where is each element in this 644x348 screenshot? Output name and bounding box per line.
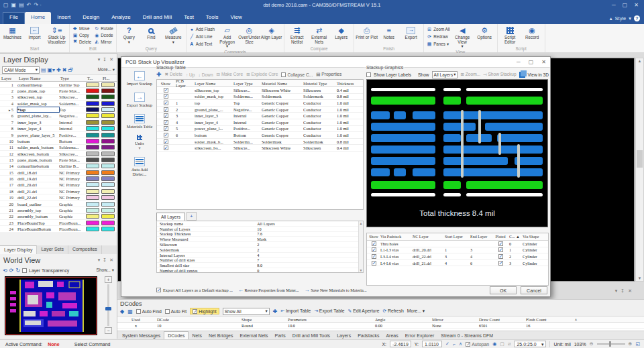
- import-button[interactable]: ←Import: [23, 25, 46, 46]
- remove-layer-icon[interactable]: ✖: [62, 67, 67, 73]
- edit-aperture-button[interactable]: ✎ Edit Aperture: [348, 308, 380, 314]
- layer-row[interactable]: 5 *top Top: [0, 107, 117, 113]
- print-or-plot-button[interactable]: ⎙Print or Plot: [356, 25, 378, 46]
- machines-button[interactable]: ▦Machines: [1, 25, 23, 46]
- layer-row[interactable]: 4 solder_mask_top Solderma...: [0, 101, 117, 107]
- menu-tab[interactable]: Design: [76, 12, 105, 24]
- open-layers-icon[interactable]: ▣▾: [48, 67, 56, 73]
- zoom-slider[interactable]: [597, 343, 625, 345]
- show-layer-checkbox[interactable]: [164, 139, 168, 144]
- layer-color-draw[interactable]: [86, 227, 99, 231]
- layer-name[interactable]: silkscreen_top: [17, 95, 59, 99]
- layer-row[interactable]: 14 comoutlinebottom Outline B...: [0, 164, 117, 170]
- rotate-left-icon[interactable]: ⟲: [3, 268, 7, 274]
- export-button[interactable]: →Export: [400, 25, 422, 46]
- stackup-visualizer-button[interactable]: ⇕≡Stack Up Visualizer: [46, 25, 68, 46]
- menu-tab[interactable]: File: [3, 12, 25, 24]
- import-stackup-button[interactable]: ← Import Stackup: [127, 71, 152, 86]
- layer-name[interactable]: *top: [17, 107, 59, 112]
- refresh-icon[interactable]: ↻: [15, 268, 20, 274]
- stackup-graphics-canvas[interactable]: Total thickness 8.4 mil: [366, 79, 548, 227]
- layer-color-flash[interactable]: [101, 202, 115, 207]
- mirror-button[interactable]: ◭Mirror: [94, 39, 113, 44]
- layer-name[interactable]: comoutlinebottom: [17, 164, 59, 168]
- stackup-row[interactable]: silkscreen_bo... Silkscre... Silkscreen …: [157, 145, 363, 152]
- layer-name[interactable]: PlaceBoundTop: [17, 221, 59, 225]
- layer-row[interactable]: 13 paste_mask_bottom Paste Mas...: [0, 157, 117, 163]
- measure-button[interactable]: Measure▾: [162, 25, 184, 46]
- show-layer-checkbox[interactable]: [164, 146, 168, 150]
- help-icon[interactable]: ?: [634, 15, 640, 21]
- layer-color-flash[interactable]: [101, 107, 115, 112]
- apply-coords-icon[interactable]: ✓: [445, 341, 449, 347]
- show-layer-checkbox[interactable]: [164, 133, 168, 137]
- layer-color-flash[interactable]: [101, 189, 115, 194]
- layer-name[interactable]: drill_19.drl: [17, 176, 59, 181]
- show-layer-checkbox[interactable]: [164, 101, 168, 105]
- plated-checkbox[interactable]: [498, 254, 503, 259]
- mode-combo[interactable]: CAM Mode▾: [2, 66, 40, 74]
- menu-tab[interactable]: Home: [25, 12, 51, 24]
- bottom-tab[interactable]: Layers: [333, 332, 354, 339]
- property-row[interactable]: Number of drill sizes 7: [157, 258, 363, 264]
- layer-color-flash[interactable]: [101, 158, 115, 162]
- grid-dot-icon[interactable]: ◉: [492, 341, 496, 347]
- fit-view-icon[interactable]: ◱: [635, 341, 640, 347]
- layer-color-draw[interactable]: [86, 189, 99, 194]
- vertical-scrollbar[interactable]: ▲ ▼: [635, 58, 644, 282]
- panel-menu-icon[interactable]: ▾: [98, 257, 101, 263]
- layer-row[interactable]: 6 ground_plane_lay... Negative...: [0, 113, 117, 119]
- menu-tab[interactable]: Test: [178, 12, 200, 24]
- menu-tab[interactable]: Drill and Mill: [137, 12, 178, 24]
- layer-color-flash[interactable]: [101, 195, 115, 200]
- layers-button[interactable]: ◆Layers: [330, 25, 352, 46]
- collapse-ribbon-icon[interactable]: ▴: [610, 15, 612, 21]
- stackup-row[interactable]: 1 top Top Generic Copper Conductor 1.0 m…: [157, 100, 363, 107]
- panel-menu-icon[interactable]: ▾: [615, 288, 618, 294]
- layer-color-draw[interactable]: [86, 176, 99, 181]
- layer-row[interactable]: 1 comoutlinetop Outline Top: [0, 82, 117, 88]
- style-dropdown-icon[interactable]: ▾: [629, 15, 631, 21]
- dialog-maximize-button[interactable]: ▢: [529, 59, 534, 65]
- graphics-zoom-button[interactable]: ⊞ Zoom...: [460, 72, 480, 77]
- layer-name[interactable]: board_outline: [17, 202, 59, 207]
- stackup-row[interactable]: solder_mask_top Solderma... Soldermask S…: [157, 94, 363, 101]
- layer-row[interactable]: 18 drill_21.drl NC Primary: [0, 188, 117, 194]
- x-coordinate-field[interactable]: -2.4619: [390, 341, 411, 347]
- show-layer-checkbox[interactable]: [164, 113, 168, 118]
- change-view-button[interactable]: ◀Change View▾: [451, 25, 474, 49]
- layer-up-icon[interactable]: 🗗: [68, 67, 74, 73]
- via-row[interactable]: L3-L4 vias drill_22.drl 3 4 2 Cylinder: [367, 253, 548, 260]
- bottom-tab[interactable]: Padstacks: [354, 332, 382, 339]
- layer-color-draw[interactable]: [86, 152, 99, 156]
- scroll-down-icon[interactable]: ▼: [638, 276, 642, 280]
- layer-row[interactable]: 17 drill_20.drl NC Primary: [0, 182, 117, 188]
- layer-color-flash[interactable]: [101, 221, 115, 225]
- show-via-checkbox[interactable]: [372, 247, 376, 252]
- more-button[interactable]: More... ▾: [407, 308, 425, 314]
- layer-color-flash[interactable]: [101, 82, 115, 87]
- layer-name[interactable]: inner_layer_3: [17, 120, 59, 125]
- stackup-row[interactable]: 3 inner_layer_3 Internal Generic Copper …: [157, 113, 363, 119]
- copy-button[interactable]: ▣Copy: [72, 33, 91, 38]
- collapse-cores-checkbox[interactable]: Collapse C...: [281, 72, 313, 77]
- move-up-button[interactable]: ↑ Up: [186, 72, 195, 77]
- layer-row[interactable]: 3 silkscreen_top Silkscree...: [0, 95, 117, 101]
- add-stackup-tab-button[interactable]: +: [186, 212, 197, 221]
- layer-color-flash[interactable]: [101, 227, 115, 231]
- dcode-row[interactable]: x 10 Round 10.0 0.00 None 6501 16: [117, 323, 644, 329]
- layer-row[interactable]: 2 paste_mask_top Paste Mas...: [0, 88, 117, 94]
- materials-table-button[interactable]: Materials Table: [127, 114, 152, 129]
- make-core-button[interactable]: ⊟ Make Core: [217, 72, 244, 77]
- layer-name[interactable]: bottom: [17, 139, 59, 143]
- refresh-button[interactable]: ⟳ Refresh: [382, 308, 403, 314]
- panel-tab[interactable]: Layer Sets: [37, 245, 68, 254]
- zoom-thumb[interactable]: [105, 307, 111, 310]
- show-stackup-button[interactable]: ⟞ Show Stackup: [483, 72, 516, 77]
- panel-tab[interactable]: Layer Display: [0, 245, 37, 254]
- layer-color-draw[interactable]: [86, 164, 99, 168]
- auto-find-checkbox[interactable]: Auto Find: [136, 309, 162, 314]
- maximize-button[interactable]: ▢: [623, 2, 628, 8]
- property-row[interactable]: Soldermask 2: [157, 247, 363, 253]
- layer-row[interactable]: 11 solder_mask_bottom Solderma...: [0, 145, 117, 151]
